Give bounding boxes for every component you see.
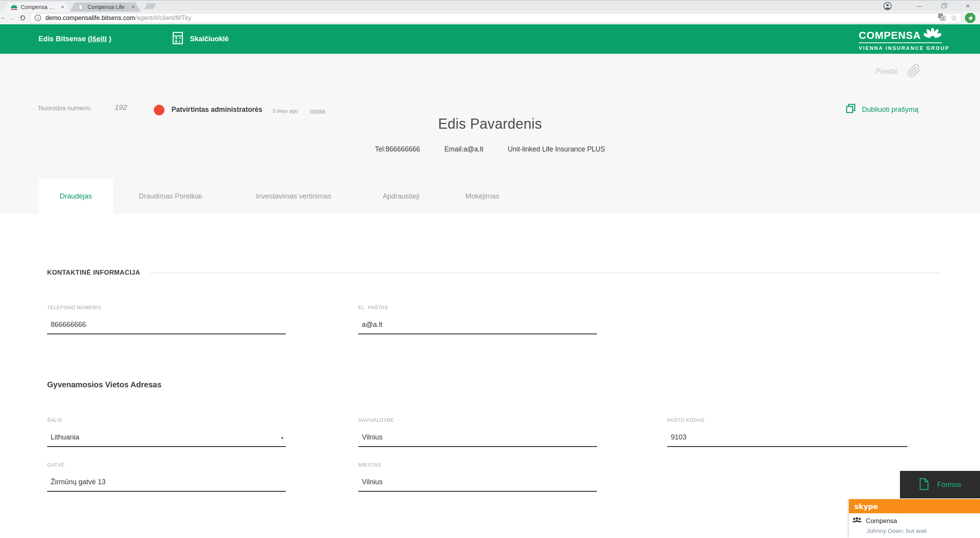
user-name: Edis Bitsense — [38, 35, 86, 43]
form-content: KONTAKTINĖ INFORMACIJA TELEFONO NUMERIS … — [0, 214, 980, 538]
calculator-icon — [172, 31, 184, 47]
tab-close-icon[interactable]: ✕ — [60, 4, 65, 11]
new-tab-button[interactable] — [144, 3, 156, 9]
duplicate-copy-icon — [845, 103, 856, 116]
address-section-title: Gyvenamosios Vietos Adresas — [47, 380, 161, 389]
attachments-button[interactable]: Priedai — [876, 54, 921, 89]
tab-draudimas-poreikiai[interactable]: Draudimas Poreikiai — [113, 179, 228, 214]
bookmark-star-icon[interactable]: ☆ — [951, 14, 957, 22]
url-text[interactable]: demo.compensalife.bitsens.com/agent/#/cl… — [45, 15, 191, 22]
tab-draudejas[interactable]: Draudėjas — [38, 179, 113, 214]
section-divider — [150, 272, 940, 273]
back-button[interactable]: – — [1, 14, 4, 22]
logout-link[interactable]: Išeiti — [90, 35, 107, 43]
postal-code-field: PAŠTO KODAS — [667, 418, 907, 447]
forward-button[interactable]: → — [8, 14, 15, 22]
email-field: EL. PAŠTAS — [358, 305, 597, 334]
duplicate-label: Dubliuoti prašymą — [862, 106, 918, 114]
municipality-label: SAVIVALDYBĖ — [358, 418, 597, 423]
skype-header[interactable]: skype — [849, 499, 980, 513]
browser-tab-1[interactable]: Compensa Life ✕ — [3, 2, 70, 12]
compensa-logo: COMPENSA VIENNA INSURANCE GROUP — [859, 27, 942, 51]
translate-icon[interactable]: G — [938, 13, 946, 23]
country-label: ŠALIS — [47, 418, 286, 423]
status-timestamp: 5 days ago — [273, 108, 298, 114]
country-select[interactable] — [47, 430, 286, 447]
blank-page-favicon-icon — [78, 4, 84, 10]
formos-label: Formos — [937, 481, 961, 489]
tab-apdraustieji[interactable]: Apdraustieji — [360, 179, 443, 214]
city-label: MIESTAS — [358, 462, 597, 468]
status-text: Patvirtintas administratorės — [172, 106, 262, 114]
skype-logo: skype — [854, 502, 878, 511]
duplicate-request-button[interactable]: Dubliuoti prašymą — [845, 103, 918, 116]
browser-navbar: – → i demo.compensalife.bitsens.com/agen… — [0, 11, 980, 24]
browser-tab-2[interactable]: Compensa Life ✕ — [70, 2, 141, 12]
tab-mokejimas[interactable]: Mokėjimas — [443, 179, 522, 214]
logo-subtitle: VIENNA INSURANCE GROUP — [859, 46, 942, 51]
reference-number-value: 192 — [115, 103, 127, 112]
close-button[interactable]: ✕ — [956, 0, 980, 12]
calculator-label: Skaičiuoklė — [190, 35, 229, 43]
logo-title: COMPENSA — [859, 30, 921, 40]
client-email: Email:a@a.lt — [444, 145, 483, 153]
phone-input[interactable] — [47, 317, 286, 334]
calculator-button[interactable]: Skaičiuoklė — [172, 31, 229, 47]
minimize-button[interactable]: — — [907, 0, 931, 12]
browser-profile-icon[interactable] — [883, 2, 892, 11]
skype-group-name: Compensa — [866, 517, 897, 525]
email-input[interactable] — [358, 317, 597, 334]
extension-thumbs-up-icon[interactable] — [965, 13, 975, 23]
logged-in-user: Edis Bitsense (Išeiti ) — [38, 35, 111, 43]
skype-widget[interactable]: skype Compensa Johnny Doan: but wait — [849, 499, 980, 538]
phone-field: TELEFONO NUMERIS — [47, 305, 286, 334]
street-input[interactable] — [47, 474, 286, 492]
client-product: Unit-linked Life Insurance PLUS — [508, 145, 605, 153]
postal-code-input[interactable] — [667, 430, 907, 447]
contact-info-section-header: KONTAKTINĖ INFORMACIJA — [47, 269, 940, 276]
client-name: Edis Pavardenis — [0, 116, 980, 132]
browser-titlebar: Compensa Life ✕ Compensa Life ✕ — ✕ — [0, 0, 980, 11]
reference-number-label: Nuorodos numeris: — [38, 105, 91, 112]
postal-code-label: PAŠTO KODAS — [667, 418, 907, 423]
client-profile-area: Nuorodos numeris: 192 Patvirtintas admin… — [0, 54, 980, 214]
url-path: /agent/#/client/MTky — [135, 15, 191, 21]
email-label: EL. PAŠTAS — [358, 305, 597, 311]
municipality-field: SAVIVALDYBĖ — [358, 418, 597, 447]
document-icon — [919, 478, 929, 492]
city-input[interactable] — [358, 474, 597, 492]
tab-title: Compensa Life — [21, 4, 57, 10]
section-tabs: Draudėjas Draudimas Poreikiai Investavim… — [38, 179, 980, 214]
tab-close-icon[interactable]: ✕ — [131, 4, 136, 11]
formos-button[interactable]: Formos — [900, 471, 980, 498]
skype-last-message: Johnny Doan: but wait — [867, 527, 980, 534]
restore-icon — [942, 4, 945, 8]
municipality-input[interactable] — [358, 430, 597, 447]
app-header: Edis Bitsense (Išeiti ) Skaičiuoklė COMP… — [0, 24, 980, 54]
history-link[interactable]: Istorija — [310, 108, 325, 114]
client-contact-row: Tel:866666666 Email:a@a.lt Unit-linked L… — [0, 145, 980, 153]
status-dot — [154, 105, 164, 115]
contact-info-title: KONTAKTINĖ INFORMACIJA — [47, 269, 140, 276]
page-info-icon[interactable]: i — [35, 15, 41, 21]
attachments-label: Priedai — [876, 67, 898, 76]
street-field: GATVĖ — [47, 462, 286, 492]
group-people-icon — [852, 517, 862, 525]
logo-fan-icon — [924, 27, 941, 40]
skype-conversation[interactable]: Compensa Johnny Doan: but wait — [849, 513, 980, 534]
reload-button[interactable] — [20, 15, 25, 20]
tab-title: Compensa Life — [88, 4, 127, 10]
paperclip-icon — [907, 64, 921, 80]
tab-investavimas-vertinimas[interactable]: Investavimas vertinimas — [228, 179, 360, 214]
address-bar[interactable]: i demo.compensalife.bitsens.com/agent/#/… — [30, 13, 962, 23]
compensa-favicon-icon — [11, 4, 17, 10]
url-host: demo.compensalife.bitsens.com — [45, 15, 135, 21]
phone-label: TELEFONO NUMERIS — [47, 305, 286, 311]
country-field: ŠALIS ▾ — [47, 418, 286, 447]
street-label: GATVĖ — [47, 462, 286, 468]
client-tel: Tel:866666666 — [375, 145, 420, 153]
city-field: MIESTAS — [358, 462, 597, 492]
restore-button[interactable] — [931, 0, 956, 12]
